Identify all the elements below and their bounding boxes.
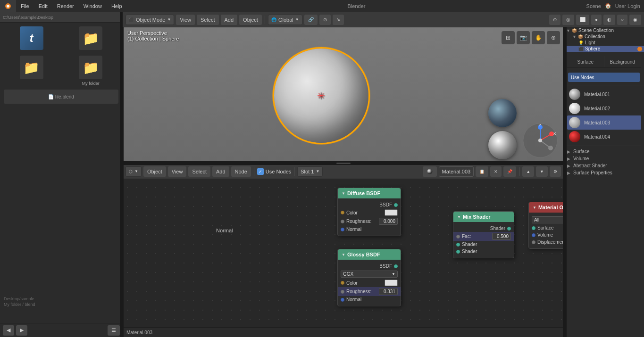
slot-dropdown[interactable]: Slot 1 ▼ — [297, 166, 323, 177]
prop-volume[interactable]: ▶ Volume — [567, 155, 641, 162]
node-view-btn[interactable]: View — [168, 166, 187, 177]
node-select-btn[interactable]: Select — [188, 166, 210, 177]
diffuse-color-swatch[interactable] — [385, 209, 398, 216]
material-item-4[interactable]: Material.004 — [567, 130, 641, 144]
nav-grid[interactable]: ⊞ — [502, 31, 515, 44]
glossy-color-socket[interactable] — [341, 281, 344, 285]
node-editor[interactable]: ⬡ ▼ Object View Select Add Node ✓ Use No… — [123, 164, 564, 337]
object-btn[interactable]: Object — [239, 15, 262, 25]
left-toolbar-prev[interactable]: ◀ — [3, 325, 14, 336]
material-pin-btn[interactable]: 📌 — [503, 166, 516, 177]
prop-surface[interactable]: ▶ Surface — [567, 148, 641, 155]
file-item[interactable]: t — [4, 26, 59, 52]
new-material-btn[interactable]: 📋 — [476, 166, 488, 177]
node-diffuse[interactable]: ▼ Diffuse BSDF BSDF Color Roughness: 0.0… — [337, 188, 401, 236]
prop-abstract[interactable]: ▶ Abstract Shader — [567, 162, 641, 169]
mix-fac-socket[interactable] — [456, 235, 460, 238]
mix-fac-value[interactable]: 0.500 — [492, 233, 511, 240]
divider-right[interactable] — [563, 12, 567, 337]
material-item-3[interactable]: Material.003 — [567, 115, 641, 130]
menu-window[interactable]: Window — [79, 0, 107, 12]
diffuse-normal-socket[interactable] — [341, 228, 344, 231]
menu-help[interactable]: Help — [107, 0, 127, 12]
node-mix[interactable]: ▼ Mix Shader Shader Fac: 0.500 Shader — [453, 211, 514, 258]
shading-btn2[interactable]: ◐ — [603, 15, 615, 25]
tree-item-light[interactable]: 💡 Light — [564, 40, 644, 46]
file-item[interactable]: 📁 — [4, 56, 59, 86]
node-settings-btn[interactable]: ⚙ — [550, 166, 561, 177]
file-item[interactable]: 📄 file.blend — [4, 90, 118, 104]
overlay-btn[interactable]: ◎ — [562, 15, 574, 25]
extra-icon[interactable]: ∿ — [333, 15, 344, 25]
glossy-ggx-dropdown[interactable]: GGX ▼ — [341, 271, 398, 278]
shading-btn4[interactable]: ◉ — [629, 15, 641, 25]
shading-btn3[interactable]: ○ — [617, 15, 627, 25]
node-material-output[interactable]: ▼ Material Output All ▼ Surface Volume — [528, 202, 564, 249]
tab-surface[interactable]: Surface — [567, 56, 604, 67]
diffuse-roughness-socket[interactable] — [341, 220, 344, 223]
glossy-roughness-socket[interactable] — [341, 290, 344, 294]
menu-file[interactable]: File — [16, 0, 34, 12]
use-nodes-active-tab[interactable]: Use Nodes — [568, 73, 640, 82]
orientation-dropdown[interactable]: 🌐 Global ▼ — [268, 15, 302, 25]
node-up-btn[interactable]: ▲ — [522, 166, 534, 177]
browse-material-btn[interactable]: ✕ — [490, 166, 502, 177]
diffuse-bsdf-socket-out[interactable] — [394, 203, 398, 207]
node-object-btn[interactable]: Object — [143, 166, 166, 177]
use-nodes-area[interactable]: ✓ Use Nodes — [257, 168, 291, 175]
output-all-dropdown[interactable]: All ▼ — [532, 216, 564, 223]
use-nodes-checkbox[interactable]: ✓ — [257, 168, 264, 175]
select-btn[interactable]: Select — [197, 15, 219, 25]
output-volume-socket[interactable] — [532, 233, 535, 237]
menu-user[interactable]: User Login — [615, 3, 640, 9]
glossy-bsdf-socket-out[interactable] — [394, 264, 398, 268]
material-item-1[interactable]: Material.001 — [567, 87, 641, 101]
xray-btn[interactable]: ⬜ — [576, 15, 589, 25]
output-displacement-socket[interactable] — [532, 240, 535, 244]
node-editor-type[interactable]: ⬡ ▼ — [125, 166, 142, 177]
nav-zoom[interactable]: ⊕ — [547, 31, 560, 44]
glossy-normal-socket[interactable] — [341, 298, 344, 302]
menu-blender[interactable] — [0, 0, 16, 12]
node-add-btn[interactable]: Add — [212, 166, 229, 177]
gizmo-btn[interactable]: ⊙ — [549, 15, 560, 25]
mix-shader1-socket[interactable] — [456, 243, 460, 247]
tree-item-collection[interactable]: ▼ 📦 Scene Collection — [564, 27, 644, 33]
menu-home[interactable]: 🏠 — [605, 3, 611, 9]
material-item-2[interactable]: Material.002 — [567, 101, 641, 115]
tree-item-collection2[interactable]: ▼ 📦 Collection — [564, 33, 644, 40]
node-glossy[interactable]: ▼ Glossy BSDF BSDF GGX ▼ Color — [337, 249, 401, 306]
mix-shader-socket-out[interactable] — [507, 227, 511, 230]
diffuse-color-socket[interactable] — [341, 211, 344, 214]
proportional-icon[interactable]: ⊙ — [319, 15, 331, 25]
view-btn[interactable]: View — [176, 15, 195, 25]
left-toolbar-next[interactable]: ▶ — [16, 325, 27, 336]
snap-icon[interactable]: 🔗 — [304, 15, 318, 25]
menu-scene[interactable]: Scene — [586, 3, 601, 9]
material-sphere-icon[interactable] — [423, 166, 437, 177]
tab-background[interactable]: Background — [604, 56, 642, 67]
file-item[interactable]: 📁 — [63, 26, 119, 52]
nav-hand[interactable]: ✋ — [532, 31, 545, 44]
material-name-input[interactable]: Material.003 — [439, 166, 474, 177]
glossy-roughness-value[interactable]: 0.331 — [379, 288, 398, 295]
divider-horizontal[interactable] — [123, 161, 564, 165]
mode-dropdown[interactable]: ⬛ Object Mode ▼ — [125, 15, 174, 25]
tree-item-sphere[interactable]: ⬛ Sphere — [564, 46, 644, 52]
nav-camera[interactable]: 📷 — [517, 31, 530, 44]
output-surface-socket[interactable] — [532, 226, 535, 230]
diffuse-roughness-value[interactable]: 0.000 — [379, 218, 398, 225]
node-node-btn[interactable]: Node — [231, 166, 251, 177]
menu-render[interactable]: Render — [52, 0, 79, 12]
divider-left[interactable] — [120, 12, 124, 337]
file-item[interactable]: 📁 My folder — [63, 56, 119, 86]
prop-surface-props[interactable]: ▶ Surface Properties — [567, 169, 641, 176]
node-down-btn[interactable]: ▼ — [536, 166, 548, 177]
viewport-3d[interactable]: User Perspective (1) Collection | Sphere… — [123, 27, 564, 164]
menu-edit[interactable]: Edit — [34, 0, 52, 12]
glossy-color-swatch[interactable] — [385, 279, 398, 286]
mix-shader2-socket[interactable] — [456, 250, 460, 254]
left-toolbar-view[interactable]: ☰ — [108, 325, 120, 336]
shading-btn[interactable]: ● — [591, 15, 602, 25]
gizmo[interactable]: Z X — [521, 122, 559, 159]
